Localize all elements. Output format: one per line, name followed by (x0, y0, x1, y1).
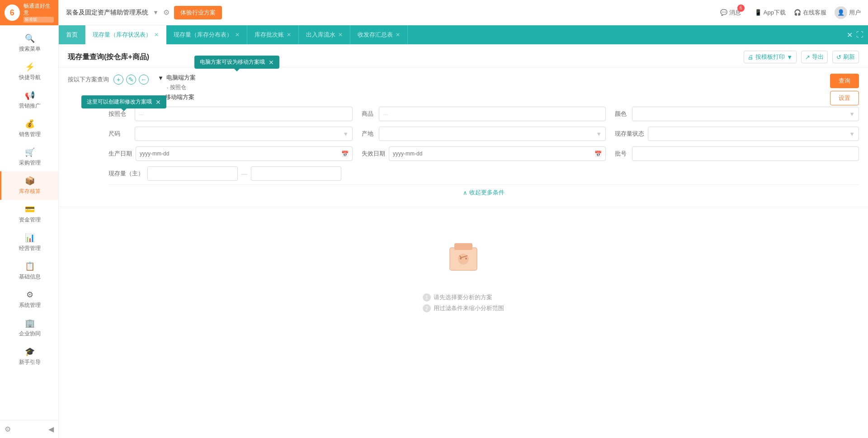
size-select[interactable]: ▼ (135, 127, 353, 141)
app-download-action[interactable]: 📱 App下载 (755, 9, 786, 17)
settings-icon[interactable]: ⚙ (5, 425, 11, 433)
prod-date-input[interactable]: 📅 (136, 146, 353, 161)
tab-receive-summary[interactable]: 收发存汇总表 ✕ (350, 25, 408, 44)
refresh-button[interactable]: ↺ 刷新 (832, 51, 859, 63)
svg-point-5 (460, 258, 462, 259)
size-chevron-icon: ▼ (343, 131, 349, 137)
filter-size: 尺码 ▼ (108, 127, 353, 141)
add-scheme-button[interactable]: + (113, 75, 123, 85)
finance-icon: 💳 (25, 204, 35, 214)
batch-no-field[interactable] (636, 151, 855, 157)
user-profile[interactable]: 👤 用户 (835, 6, 861, 19)
close-tab-icon[interactable]: ✕ (847, 31, 853, 39)
sidebar-item-search[interactable]: 🔍 搜索菜单 (0, 29, 58, 57)
origin-select[interactable]: ▼ (379, 127, 606, 141)
empty-steps: 1 请先选择要分析的方案 2 用过滤条件来缩小分析范围 (423, 293, 504, 315)
calendar-icon-prod: 📅 (341, 151, 349, 157)
product-dots-icon: ··· (383, 111, 388, 118)
expire-date-input[interactable]: 📅 (389, 146, 606, 161)
message-icon: 💬 (720, 9, 727, 16)
range-separator: — (241, 170, 247, 177)
sidebar-item-finance[interactable]: 💳 资金管理 (0, 200, 58, 228)
sidebar-item-quick-nav[interactable]: ⚡ 快捷导航 (0, 57, 58, 86)
search-icon: 🔍 (25, 33, 35, 43)
tab-stock-dist[interactable]: 现存量（库存分布表） ✕ (166, 25, 247, 44)
scheme-pc-parent[interactable]: ▼ 电脑端方案 (158, 74, 196, 82)
filter-area: 按以下方案查询 + ✎ ← 电脑方案可设为移动方案哦 ✕ (59, 67, 868, 207)
tab-close-stock-dist[interactable]: ✕ (235, 32, 240, 38)
solution-button[interactable]: 体验行业方案 (174, 6, 222, 19)
tabbar-actions: ✕ ⛶ (842, 25, 868, 44)
warehouse-select[interactable]: ··· (135, 107, 353, 121)
system-dropdown-icon[interactable]: ▼ (153, 9, 159, 16)
sidebar-bottom: ⚙ ◀ (0, 420, 58, 438)
sidebar-item-sales[interactable]: 💰 销售管理 (0, 114, 58, 143)
print-button[interactable]: 🖨 按模板打印 ▼ (744, 51, 797, 63)
online-support-action[interactable]: 🎧 在线客服 (794, 9, 826, 17)
scheme-tooltip: 电脑方案可设为移动方案哦 ✕ (194, 56, 279, 69)
sidebar-item-inventory[interactable]: 📦 库存核算 (0, 171, 58, 200)
stock-qty-end-field[interactable] (255, 170, 337, 177)
filter-section-label: 按以下方案查询 (68, 75, 109, 84)
stock-status-select[interactable]: ▼ (648, 127, 859, 141)
collapse-more-btn[interactable]: ∧ 收起更多条件 (108, 184, 859, 200)
expire-date-start[interactable] (393, 151, 593, 157)
sales-icon: 💰 (25, 119, 35, 129)
sidebar-item-system[interactable]: ⚙ 系统管理 (0, 285, 58, 314)
export-button[interactable]: ↗ 导出 (801, 51, 828, 63)
tab-close-batch-account[interactable]: ✕ (287, 32, 291, 38)
page-header: 现存量查询(按仓库+商品) 🖨 按模板打印 ▼ ↗ 导出 ↺ 刷新 (59, 44, 868, 67)
fullscreen-icon[interactable]: ⛶ (856, 31, 863, 39)
stock-qty-end[interactable] (251, 166, 341, 181)
sidebar-item-purchase[interactable]: 🛒 采购管理 (0, 143, 58, 171)
tab-batch-account[interactable]: 库存批次账 ✕ (247, 25, 299, 44)
back-scheme-button[interactable]: ← (139, 75, 149, 85)
batch-no-input[interactable] (632, 146, 859, 161)
tab-home[interactable]: 首页 (59, 25, 85, 44)
filter-warehouse: 按照仓 ··· (108, 107, 353, 121)
message-action[interactable]: 💬 消息 6 (720, 9, 746, 17)
tabbar: 首页 现存量（库存状况表） ✕ 现存量（库存分布表） ✕ 库存批次账 ✕ 出入库… (59, 25, 868, 44)
sidebar-item-enterprise[interactable]: 🏢 企业协同 (0, 314, 58, 342)
sidebar-item-operations[interactable]: 📊 经营管理 (0, 228, 58, 257)
step-num-2: 2 (423, 304, 431, 312)
collapse-sidebar-icon[interactable]: ◀ (48, 425, 54, 433)
origin-chevron-icon: ▼ (596, 131, 602, 137)
stock-qty-start-field[interactable] (151, 170, 234, 177)
create-tooltip-close-icon[interactable]: ✕ (156, 99, 161, 106)
settings-gear-icon[interactable]: ⚙ (163, 8, 170, 17)
edit-scheme-button[interactable]: ✎ (126, 75, 136, 85)
tooltip-close-icon[interactable]: ✕ (269, 59, 274, 66)
sidebar-item-marketing[interactable]: 📢 营销推广 (0, 86, 58, 114)
prod-date-start[interactable] (140, 151, 340, 157)
tab-close-receive-summary[interactable]: ✕ (396, 32, 400, 38)
tab-inout-flow[interactable]: 出入库流水 ✕ (299, 25, 350, 44)
filter-stock-qty: 现存量（主） — (108, 166, 859, 181)
tab-close-stock-status[interactable]: ✕ (154, 32, 159, 38)
export-icon: ↗ (805, 54, 810, 61)
color-select[interactable]: ▼ (632, 107, 859, 121)
calendar-icon-expire: 📅 (594, 151, 602, 157)
system-icon: ⚙ (26, 290, 33, 300)
stock-qty-start[interactable] (147, 166, 238, 181)
scheme-by-warehouse[interactable]: · 按照仓 (158, 84, 196, 91)
page-title: 现存量查询(按仓库+商品) (68, 52, 149, 62)
stock-qty-label: 现存量（主） (108, 170, 144, 178)
sidebar-item-guide[interactable]: 🎓 新手引导 (0, 342, 58, 371)
sidebar-item-base-info[interactable]: 📋 基础信息 (0, 257, 58, 285)
bullet-icon: · (167, 85, 168, 91)
logo-icon: 6 (5, 5, 20, 21)
query-button[interactable]: 查询 (830, 74, 859, 88)
main-content: 现存量查询(按仓库+商品) 🖨 按模板打印 ▼ ↗ 导出 ↺ 刷新 (59, 44, 868, 438)
tab-close-inout-flow[interactable]: ✕ (338, 32, 343, 38)
empty-step-1: 1 请先选择要分析的方案 (423, 293, 504, 301)
tab-stock-status[interactable]: 现存量（库存状况表） ✕ (85, 25, 166, 44)
refresh-icon: ↺ (836, 54, 841, 61)
topbar-left: 装备及固定资产辅助管理系统 ▼ ⚙ 体验行业方案 (66, 6, 222, 19)
marketing-icon: 📢 (25, 90, 35, 100)
filter-batch-no: 批号 (615, 146, 859, 161)
filter-origin: 产地 ▼ (362, 127, 606, 141)
reset-button[interactable]: 设置 (830, 91, 859, 105)
product-select[interactable]: ··· (379, 107, 606, 121)
system-name: 装备及固定资产辅助管理系统 (66, 9, 148, 17)
